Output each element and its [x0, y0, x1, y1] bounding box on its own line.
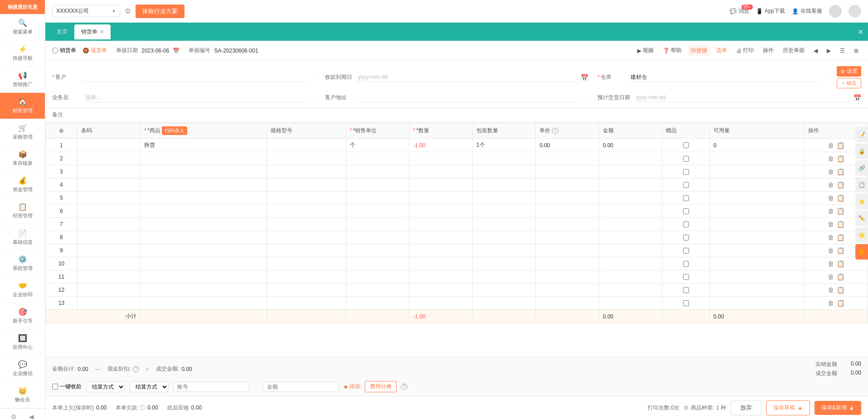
- discard-button[interactable]: 放弃: [731, 400, 761, 415]
- customer-address-input[interactable]: [356, 93, 581, 102]
- discount-info-icon[interactable]: ?: [133, 366, 139, 372]
- sidebar-item-management[interactable]: 📋 经营管理: [0, 198, 45, 224]
- row-qty-1[interactable]: -1.00: [409, 139, 473, 152]
- copy-row-icon-8[interactable]: 📋: [837, 234, 844, 241]
- float-btn-4[interactable]: 📋: [855, 177, 868, 193]
- delete-row-icon-5[interactable]: 🗑: [828, 194, 834, 202]
- radio-return-order[interactable]: 退货单: [83, 47, 107, 54]
- prev-debt-info-icon[interactable]: ⓘ: [140, 404, 145, 412]
- notes-input[interactable]: [67, 112, 861, 118]
- delete-row-icon-3[interactable]: 🗑: [828, 168, 834, 175]
- copy-row-icon-1[interactable]: 📋: [837, 142, 844, 149]
- header-gear-icon[interactable]: ⚙: [125, 7, 131, 15]
- copy-row-icon-13[interactable]: 📋: [837, 299, 844, 307]
- tab-sales-order[interactable]: 销货单 ✕: [74, 24, 111, 39]
- payment-method-select[interactable]: 结算方式: [86, 381, 125, 392]
- delete-row-icon-6[interactable]: 🗑: [828, 207, 834, 215]
- draft-dropdown-icon[interactable]: ▲: [797, 405, 803, 411]
- sidebar-item-purchase[interactable]: 🛒 采购管理: [0, 119, 45, 145]
- delete-row-icon-2[interactable]: 🗑: [828, 155, 834, 162]
- gift-checkbox-9[interactable]: [683, 248, 689, 254]
- add-payment-button[interactable]: ● 添加: [344, 383, 360, 391]
- settings-button[interactable]: ⚙ 设置: [837, 66, 861, 77]
- settings-footer-icon[interactable]: ⚙: [11, 413, 17, 419]
- copy-row-icon-2[interactable]: 📋: [837, 155, 844, 162]
- save-new-button[interactable]: 保存&新增 ▲: [815, 401, 861, 415]
- row-gift-1[interactable]: [662, 139, 710, 152]
- next-record-button[interactable]: ▶: [824, 46, 834, 55]
- avatar[interactable]: [829, 5, 842, 18]
- tab-home[interactable]: 首页: [50, 24, 74, 39]
- history-button[interactable]: 历史单据: [780, 45, 807, 56]
- gift-checkbox-13[interactable]: [683, 300, 689, 306]
- fee-info-icon[interactable]: ?: [401, 384, 407, 390]
- float-btn-orange[interactable]: 🟠: [855, 244, 868, 260]
- copy-row-icon-6[interactable]: 📋: [837, 207, 844, 215]
- one-click-checkbox-input[interactable]: [52, 384, 58, 390]
- gift-checkbox-7[interactable]: [683, 222, 689, 227]
- sidebar-item-wechat[interactable]: 💬 企业微信: [0, 356, 45, 382]
- sidebar-item-inventory[interactable]: 📦 库存核算: [0, 145, 45, 172]
- scan-qr-button[interactable]: 扫码录入: [162, 126, 187, 135]
- gift-checkbox-6[interactable]: [683, 208, 689, 214]
- delete-row-icon-12[interactable]: 🗑: [828, 286, 834, 294]
- product-type-selector[interactable]: ⊙ 商品种类: 1 种: [684, 404, 726, 412]
- float-btn-7[interactable]: 🌟: [855, 227, 868, 243]
- address-dots-icon[interactable]: ···: [584, 95, 588, 101]
- tab-close-icon[interactable]: ✕: [100, 29, 104, 35]
- sidebar-item-sales[interactable]: 🏠 销售管理: [0, 93, 45, 119]
- print-button[interactable]: 🖨 打印: [733, 45, 756, 56]
- copy-row-icon-9[interactable]: 📋: [837, 247, 844, 254]
- warehouse-dots-icon[interactable]: ···: [824, 74, 829, 81]
- delete-row-icon-11[interactable]: 🗑: [828, 273, 834, 280]
- delete-row-icon-10[interactable]: 🗑: [828, 260, 834, 267]
- row-spec-1[interactable]: [267, 139, 346, 152]
- sidebar-item-guide[interactable]: 🎯 新手引导: [0, 303, 45, 329]
- sidebar-item-search[interactable]: 🔍 搜索菜单: [0, 14, 45, 40]
- operate-button[interactable]: 操作: [760, 45, 776, 56]
- settings-col-icon[interactable]: ⚙: [59, 128, 64, 134]
- copy-row-icon-11[interactable]: 📋: [837, 273, 844, 280]
- sidebar-item-system[interactable]: ⚙️ 系统管理: [0, 250, 45, 277]
- sidebar-item-marketing[interactable]: 📢 营销推广: [0, 67, 45, 93]
- warehouse-input[interactable]: [628, 72, 820, 82]
- row-amount-1[interactable]: 0.00: [599, 139, 662, 152]
- expected-date-input[interactable]: [634, 93, 850, 102]
- gift-checkbox-2[interactable]: [683, 156, 689, 162]
- company-selector[interactable]: XXXXXX公司 ▼: [52, 5, 120, 17]
- prev-record-button[interactable]: ◀: [811, 46, 820, 55]
- salesman-input[interactable]: [83, 93, 308, 102]
- copy-row-icon-5[interactable]: 📋: [837, 194, 844, 202]
- float-btn-1[interactable]: 📝: [855, 127, 868, 142]
- save-draft-button[interactable]: 保存草稿 ▲: [766, 400, 810, 415]
- customer-input[interactable]: [83, 72, 308, 82]
- customer-dots-icon[interactable]: ···: [311, 74, 316, 81]
- delete-row-icon-8[interactable]: 🗑: [828, 234, 834, 241]
- account-input[interactable]: [173, 382, 249, 392]
- sidebar-item-finance[interactable]: 💰 资金管理: [0, 172, 45, 198]
- gift-checkbox-4[interactable]: [683, 182, 689, 188]
- video-button[interactable]: ▶ 视频: [635, 45, 656, 56]
- float-btn-3[interactable]: 🔗: [855, 160, 868, 176]
- select-button[interactable]: 选单: [713, 45, 730, 56]
- delete-row-icon-9[interactable]: 🗑: [828, 247, 834, 254]
- sidebar-item-member[interactable]: 👑 畅会员: [0, 382, 45, 408]
- calendar-icon[interactable]: 📅: [173, 48, 179, 54]
- salesman-dots-icon[interactable]: ···: [311, 95, 316, 101]
- sidebar-item-basic[interactable]: 📄 基础信息: [0, 224, 45, 250]
- sidebar-item-enterprise[interactable]: 🤝 企业协同: [0, 277, 45, 303]
- online-service-item[interactable]: 👤 在线客服: [792, 7, 822, 15]
- float-btn-6[interactable]: ✏️: [855, 211, 868, 226]
- copy-row-icon-3[interactable]: 📋: [837, 168, 844, 175]
- copy-row-icon-10[interactable]: 📋: [837, 260, 844, 267]
- row-price-1[interactable]: 0.00: [536, 139, 599, 152]
- delete-row-icon-1[interactable]: 🗑: [828, 142, 834, 149]
- gift-checkbox-1[interactable]: [683, 142, 689, 148]
- gift-checkbox-10[interactable]: [683, 261, 689, 267]
- trial-button[interactable]: 体验行业方案: [136, 5, 184, 18]
- avatar-2[interactable]: [849, 5, 861, 18]
- gift-checkbox-5[interactable]: [683, 195, 689, 201]
- price-info-icon[interactable]: i: [552, 128, 558, 134]
- help-button[interactable]: ❓ 帮助: [660, 45, 684, 56]
- collection-calendar-icon[interactable]: 📅: [581, 74, 588, 81]
